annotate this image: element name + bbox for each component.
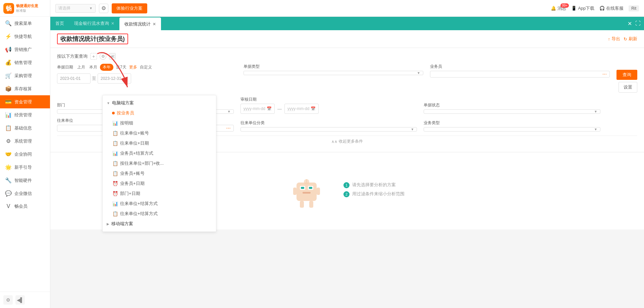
sidebar-label-search: 搜索菜单 [14,20,32,27]
from-unit-category-arrow-icon: ▼ [411,127,414,131]
scheme-collapse-button[interactable]: ≪ [109,53,116,60]
tab-home[interactable]: 首页 [50,17,69,30]
message-button[interactable]: 🔔 消息 99+ [551,5,566,11]
close-all-icon[interactable]: ✕ [628,20,632,27]
breadcrumb-dropdown[interactable]: 请选择 ▼ [55,4,96,13]
sidebar-item-search[interactable]: 🔍 搜索菜单 [0,17,50,30]
sidebar-label-cooperation: 企业协同 [14,151,32,157]
trial-button[interactable]: 体验行业方案 [112,3,147,13]
from-unit-category-select[interactable]: ▼ [240,127,417,132]
from-unit-more-icon[interactable]: ··· [226,125,230,131]
scheme-settings-button[interactable]: ⚙ [100,53,106,60]
megaphone-icon: 📢 [5,46,12,53]
sidebar-label-member: 畅会员 [14,203,28,209]
settings-button[interactable]: 设置 [619,82,637,93]
cart-icon: 🛒 [5,72,12,79]
user-area[interactable]: Rit [629,5,639,11]
sidebar-item-sales[interactable]: 💰 销售管理 [0,56,50,69]
hardware-icon: 🔧 [5,177,12,184]
scheme-item-by-staff-date[interactable]: ⏰ 业务员+日期 [103,178,216,189]
doc-type-select[interactable]: ▼ [244,71,423,75]
scheme-item-by-staff-settle[interactable]: 📊 业务员+结算方式 [103,148,216,158]
scheme-item-by-unit-date[interactable]: 📋 往来单位+日期 [103,138,216,148]
review-date-from-input[interactable]: yyyy-mm-dd 📅 [240,104,275,114]
sidebar-item-inventory[interactable]: 📦 库存核算 [0,82,50,95]
download-icon: 📱 [571,6,577,11]
sidebar-item-finance[interactable]: 💳 资金管理 [0,95,50,108]
scheme-item-by-staff[interactable]: 按业务员 [103,108,216,118]
collapse-conditions-label: 收起更多条件 [339,139,363,144]
tab-receipt-stats[interactable]: 收款情况统计 ✕ [119,17,161,31]
staff-settle-icon: 📊 [112,151,118,156]
detail-icon: 📊 [112,120,118,126]
sidebar-item-purchase[interactable]: 🛒 采购管理 [0,69,50,82]
page-title: 收款情况统计(按业务员) [57,34,128,44]
lightning-icon: ⚡ [5,33,12,40]
sidebar-item-guide[interactable]: 🌟 新手引导 [0,161,50,174]
sidebar-item-quick-nav[interactable]: ⚡ 快捷导航 [0,30,50,43]
biz-type-select[interactable]: ▼ [424,127,600,132]
refresh-button[interactable]: ↻ 刷新 [624,36,637,42]
add-scheme-button[interactable]: + [90,53,97,60]
desktop-section-header[interactable]: ▼ 电脑端方案 [103,98,216,108]
scheme-item-by-unit-settle1-label: 往来单位+结算方式 [120,201,158,207]
sidebar-item-operations[interactable]: 📊 经营管理 [0,108,50,121]
mobile-section-header[interactable]: ▶ 移动端方案 [103,219,216,229]
online-service-button[interactable]: 🎧 在线客服 [599,5,624,11]
tab-bank-flow[interactable]: 现金银行流水查询 ✕ [69,17,119,30]
sidebar-item-member[interactable]: V 畅会员 [0,200,50,213]
filter-panel: 按以下方案查询 + ⚙ ≪ ▼ 电脑端方案 按业务员 [50,48,644,152]
sidebar-item-marketing[interactable]: 📢 营销推广 [0,43,50,56]
sidebar-item-basic-info[interactable]: 📋 基础信息 [0,121,50,135]
doc-status-arrow-icon: ▼ [594,110,597,113]
tab-receipt-stats-close[interactable]: ✕ [153,22,156,27]
settings-bottom-btn[interactable]: ⚙ [3,295,13,305]
collapse-sidebar-btn[interactable]: ◀▌ [15,295,25,305]
scheme-item-by-unit-settle1[interactable]: 📊 往来单位+结算方式 [103,199,216,209]
staff-more-icon[interactable]: ··· [602,71,607,77]
date-to-input[interactable]: 2023-12-31 [98,73,131,84]
scheme-item-by-dept-date[interactable]: ⏰ 部门+日期 [103,189,216,199]
breadcrumb-placeholder: 请选择 [58,5,70,11]
tab-bank-flow-label: 现金银行流水查询 [74,20,109,27]
date-from-input[interactable]: 2023-01-01 [57,73,91,84]
tip-2-text: 用过滤条件来缩小分析范围 [352,191,405,197]
review-date-from-cal-icon[interactable]: 📅 [267,106,272,111]
mobile-section-label: 移动端方案 [111,221,133,227]
date-tab-last-month[interactable]: 上月 [76,64,87,70]
main-area: 请选择 ▼ ⚙ 体验行业方案 🔔 消息 99+ 📱 App下载 🎧 在线客服 R… [50,0,644,308]
doc-status-select[interactable]: ▼ [424,109,600,114]
sidebar-label-purchase: 采购管理 [14,73,32,79]
sidebar-item-cooperation[interactable]: 🤝 企业协同 [0,148,50,161]
scheme-item-by-unit-account[interactable]: 📋 往来单位+账号 [103,128,216,138]
staff-select[interactable]: ··· [430,71,610,78]
sidebar-item-hardware[interactable]: 🔧 智能硬件 [0,174,50,187]
topbar-gear-button[interactable]: ⚙ [99,4,108,13]
sidebar-item-system[interactable]: ⚙ 系统管理 [0,135,50,148]
review-date-to-input[interactable]: yyyy-mm-dd 📅 [284,104,319,114]
from-unit-category-label: 往来单位分类 [240,120,417,126]
maximize-icon[interactable]: ⛶ [635,20,641,27]
review-date-to-cal-icon[interactable]: 📅 [311,106,316,111]
date-tab-more[interactable]: 更多 [129,64,137,70]
svg-rect-3 [301,187,304,189]
app-download-button[interactable]: 📱 App下载 [571,5,594,11]
sidebar-label-wechat: 企业微信 [14,191,32,197]
date-tab-this-year[interactable]: 本年 [100,64,113,71]
scheme-item-by-staff-account[interactable]: 📋 业务员+账号 [103,168,216,178]
sidebar-label-sales: 销售管理 [14,60,32,66]
scheme-item-by-staff-date-label: 业务员+日期 [120,181,145,187]
staff-label: 业务员 [430,64,610,69]
tab-bank-flow-close[interactable]: ✕ [111,21,114,26]
sidebar-item-wechat[interactable]: 💬 企业微信 [0,187,50,200]
scheme-item-by-unit-settle2[interactable]: 📋 往来单位+结算方式 [103,209,216,219]
logo-area: 畅 畅捷通好生意 标准版 [0,0,50,17]
empty-tip-2: 2 用过滤条件来缩小分析范围 [343,191,405,197]
scheme-item-by-unit-dept[interactable]: 📋 按往来单位+部门+收... [103,158,216,168]
date-tab-7days[interactable]: 近7天 [115,64,128,70]
date-tab-this-month[interactable]: 本月 [88,64,99,70]
scheme-item-by-detail[interactable]: 📊 按明细 [103,118,216,128]
export-button[interactable]: ↑ 导出 [608,36,621,42]
date-tab-custom[interactable]: 自定义 [139,64,153,70]
query-button[interactable]: 查询 [616,70,637,80]
